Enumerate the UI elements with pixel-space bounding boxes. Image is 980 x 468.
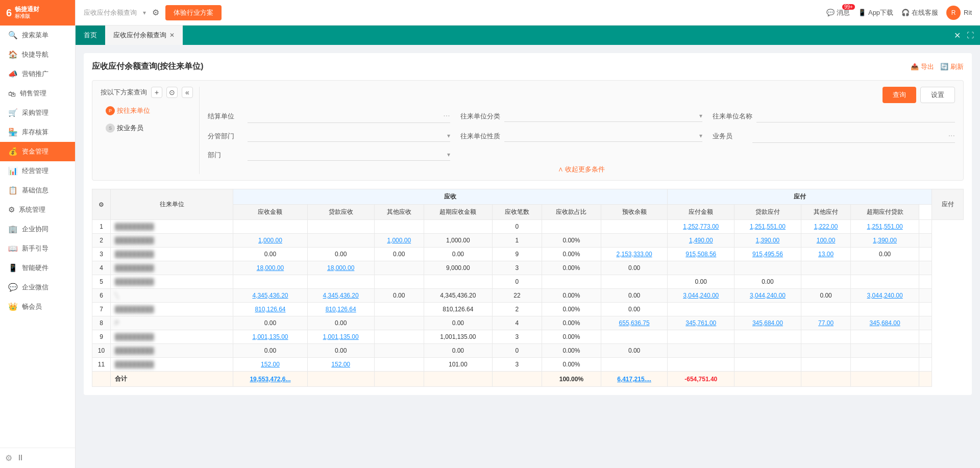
cell-overdue-ap xyxy=(851,344,919,358)
filter-dept-select[interactable]: ▾ xyxy=(248,130,450,142)
cell-ap-amount[interactable]: 1,252,773.00 xyxy=(668,220,734,234)
filter-category-select[interactable]: ▾ xyxy=(504,110,703,122)
sidebar-item-sales[interactable]: 🛍销售管理 xyxy=(0,84,75,103)
cell-ar-ratio: 0.00% xyxy=(542,234,601,248)
refresh-button[interactable]: 🔄 刷新 xyxy=(940,62,964,71)
sidebar-item-purchase[interactable]: 🛒采购管理 xyxy=(0,103,75,122)
cell-overdue-ar xyxy=(424,220,493,234)
filter-department-select[interactable]: ▾ xyxy=(248,149,450,161)
sidebar-item-member[interactable]: 👑畅会员 xyxy=(0,297,75,316)
cell-ap-amount[interactable]: 3,044,240.00 xyxy=(668,289,734,303)
collapse-btn[interactable]: ∧ 收起更多条件 xyxy=(558,165,605,174)
cell-ar-amount[interactable]: 152.00 xyxy=(233,358,308,372)
cell-loan-ap[interactable]: 1,390.00 xyxy=(734,234,801,248)
filter-partner-name: 往来单位名称 xyxy=(713,109,955,123)
option-by-salesman[interactable]: S 按业务员 xyxy=(101,121,155,135)
cell-overdue-ap[interactable]: 1,390.00 xyxy=(851,234,919,248)
cell-ar-amount[interactable]: 1,000.00 xyxy=(233,234,308,248)
th-settings[interactable]: ⚙ xyxy=(92,189,111,220)
settings-bottom-icon[interactable]: ⚙ xyxy=(5,453,12,463)
cell-ap-amount: 0.00 xyxy=(668,275,734,289)
cell-loan-ar[interactable]: 152.00 xyxy=(307,358,374,372)
header-dropdown-icon[interactable]: ▾ xyxy=(143,9,146,16)
cell-other-ap[interactable]: 13.00 xyxy=(801,248,851,261)
filter-name-input[interactable] xyxy=(756,110,955,122)
filter-nature-select[interactable]: ▾ xyxy=(504,130,703,142)
tab-maximize-icon[interactable]: ⛶ xyxy=(967,31,974,39)
cell-overdue-ap[interactable]: 3,044,240.00 xyxy=(851,289,919,303)
sidebar-item-system[interactable]: ⚙系统管理 xyxy=(0,200,75,219)
cell-loan-ap[interactable]: 1,251,551.00 xyxy=(734,220,801,234)
online-service[interactable]: 🎧 在线客服 xyxy=(901,8,938,17)
export-button[interactable]: 📤 导出 xyxy=(911,62,934,71)
filter-salesman-input[interactable]: ··· xyxy=(752,129,955,143)
cell-other-ap: 0.00 xyxy=(801,289,851,303)
cell-ar-amount[interactable]: 4,345,436.20 xyxy=(233,289,308,303)
cell-other-ar[interactable]: 1,000.00 xyxy=(374,234,424,248)
cell-ap-amount[interactable]: 345,761.00 xyxy=(668,316,734,330)
sidebar-item-capital[interactable]: 💰资金管理 xyxy=(0,142,75,161)
messages-badge[interactable]: 💬 消息 99+ xyxy=(826,8,850,17)
settlement-dots-icon[interactable]: ··· xyxy=(443,111,450,120)
tab-ar-ap[interactable]: 应收应付余额查询 ✕ xyxy=(105,26,183,45)
query-button[interactable]: 查询 xyxy=(883,87,916,103)
filter-settlement-input[interactable]: ··· xyxy=(248,109,450,123)
cell-loan-ar[interactable]: 18,000.00 xyxy=(307,261,374,275)
cell-loan-ar[interactable]: 4,345,436.20 xyxy=(307,289,374,303)
cell-other-ap[interactable]: 77.00 xyxy=(801,316,851,330)
sidebar-item-hardware[interactable]: 📱智能硬件 xyxy=(0,258,75,278)
sidebar-item-corp[interactable]: 🏢企业协同 xyxy=(0,219,75,239)
edit-scheme-btn[interactable]: ⊙ xyxy=(166,87,178,98)
cell-loan-ap[interactable]: 915,495.56 xyxy=(734,248,801,261)
cell-prepay[interactable]: 655,636.75 xyxy=(601,316,668,330)
sidebar-item-operation[interactable]: 📊经营管理 xyxy=(0,161,75,181)
cell-ar-amount[interactable]: 18,000.00 xyxy=(233,261,308,275)
cell-overdue-ap[interactable]: 1,251,551.00 xyxy=(851,220,919,234)
cell-prepay[interactable]: 2,153,333.00 xyxy=(601,248,668,261)
sidebar-bottom: ⚙ ⏸ xyxy=(0,448,75,468)
footer-ar-amount[interactable]: 19,553,472,6... xyxy=(233,372,308,387)
cell-ap-amount[interactable]: 915,508.56 xyxy=(668,248,734,261)
sidebar-item-guide[interactable]: 📖新手引导 xyxy=(0,239,75,258)
cell-other-ar xyxy=(374,330,424,344)
header-settings-icon[interactable]: ⚙ xyxy=(152,8,159,17)
cell-loan-ar[interactable]: 810,126.64 xyxy=(307,303,374,316)
app-download[interactable]: 📱 App下载 xyxy=(858,8,893,17)
add-scheme-btn[interactable]: + xyxy=(151,87,162,98)
sidebar-item-marketing[interactable]: 📣营销推广 xyxy=(0,64,75,84)
sidebar-item-search-menu[interactable]: 🔍搜索菜单 xyxy=(0,26,75,45)
sidebar-item-inventory[interactable]: 🏪库存核算 xyxy=(0,122,75,142)
tab-home[interactable]: 首页 xyxy=(76,26,105,45)
setting-button[interactable]: 设置 xyxy=(920,87,955,103)
collapse-scheme-btn[interactable]: « xyxy=(182,87,193,98)
cell-loan-ap[interactable]: 345,684.00 xyxy=(734,316,801,330)
cell-ar-count: 3 xyxy=(492,261,542,275)
footer-ap-amount[interactable]: -654,751.40 xyxy=(668,372,734,387)
th-ar-ratio: 应收款占比 xyxy=(542,205,601,220)
footer-prepay[interactable]: 6,417,215.... xyxy=(601,372,668,387)
option-by-partner[interactable]: P 按往来单位 xyxy=(101,104,155,117)
cell-ar-amount[interactable]: 1,001,135.00 xyxy=(233,330,308,344)
sidebar-item-basic[interactable]: 📋基础信息 xyxy=(0,181,75,200)
cell-prepay xyxy=(601,275,668,289)
search-menu-label: 搜索菜单 xyxy=(22,31,48,40)
tab-close-icon[interactable]: ✕ xyxy=(169,32,175,39)
cell-other-ap[interactable]: 100.00 xyxy=(801,234,851,248)
promo-button[interactable]: 体验行业方案 xyxy=(165,5,222,20)
sidebar-item-wechat[interactable]: 💬企业微信 xyxy=(0,278,75,297)
sidebar-item-quick-nav[interactable]: 🏠快捷导航 xyxy=(0,45,75,64)
cell-ar-amount[interactable]: 810,126.64 xyxy=(233,303,308,316)
cell-ap-amount[interactable]: 1,490.00 xyxy=(668,234,734,248)
th-other-ar: 其他应收 xyxy=(374,205,424,220)
cell-other-ap[interactable]: 1,222.00 xyxy=(801,220,851,234)
cell-ar-count: 4 xyxy=(492,316,542,330)
cell-loan-ar[interactable]: 1,001,135.00 xyxy=(307,330,374,344)
cell-overdue-ap[interactable]: 345,684.00 xyxy=(851,316,919,330)
footer-loan-ap xyxy=(734,372,801,387)
salesman-dots-icon[interactable]: ··· xyxy=(948,131,955,140)
cell-loan-ap[interactable]: 3,044,240.00 xyxy=(734,289,801,303)
tab-close-window-icon[interactable]: ✕ xyxy=(954,31,961,40)
collapse-sidebar-icon[interactable]: ⏸ xyxy=(16,453,24,463)
inventory-label: 库存核算 xyxy=(22,128,48,137)
user-info[interactable]: R Rit xyxy=(946,6,972,20)
